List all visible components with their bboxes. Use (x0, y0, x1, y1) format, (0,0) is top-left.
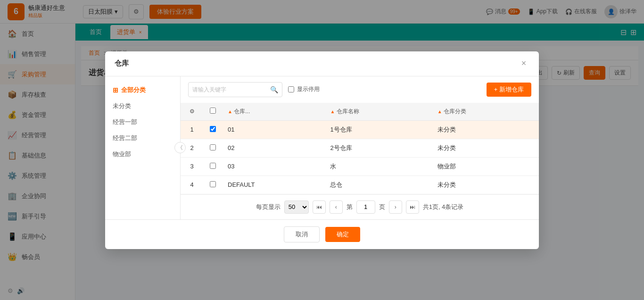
row-code: 02 (222, 139, 324, 157)
sort-icon: ▲ (228, 109, 232, 114)
row-index: 3 (181, 157, 203, 175)
table-row[interactable]: 1 01 1号仓库 未分类 (181, 120, 539, 139)
page-unit: 页 (379, 203, 385, 211)
search-icon: 🔍 (270, 86, 278, 93)
confirm-button[interactable]: 确定 (325, 227, 360, 242)
category-item-ops1[interactable]: 经营一部 (105, 114, 180, 130)
table-toolbar: 🔍 显示停用 + 新增仓库 (181, 76, 539, 103)
modal-close-button[interactable]: × (518, 58, 529, 69)
row-category: 未分类 (432, 175, 539, 194)
modal-title: 仓库 (115, 59, 129, 68)
pagination: 每页显示 50 10 20 100 ⏮ ‹ 第 页 › ⏭ 共1页, 4条记录 (181, 194, 539, 219)
table-header-row: ⚙ ▲ 仓库... ▲ 仓库名称 (181, 103, 539, 121)
row-category: 未分类 (432, 139, 539, 157)
cancel-button[interactable]: 取消 (284, 226, 320, 242)
grid-icon: ⊞ (113, 86, 118, 94)
row-index: 4 (181, 175, 203, 194)
page-prev-button[interactable]: ‹ (330, 200, 343, 214)
modal-header: 仓库 × (105, 51, 539, 76)
row-checkbox[interactable] (203, 157, 222, 175)
sort-cat-icon: ▲ (438, 109, 442, 114)
row-name: 2号仓库 (324, 139, 431, 157)
show-disabled-label[interactable]: 显示停用 (288, 85, 320, 93)
category-item-property[interactable]: 物业部 (105, 146, 180, 162)
th-checkbox (203, 103, 222, 121)
row-checkbox[interactable] (203, 139, 222, 157)
page-label: 第 (347, 203, 353, 211)
table-area: 🔍 显示停用 + 新增仓库 ⚙ (181, 76, 539, 219)
th-settings: ⚙ (181, 103, 203, 121)
sort-name-icon: ▲ (330, 109, 335, 114)
per-page-label: 每页显示 (256, 203, 281, 211)
table-row[interactable]: 4 DEFAULT 总仓 未分类 (181, 175, 539, 194)
row-index: 1 (181, 120, 203, 139)
row-name: 总仓 (324, 175, 431, 194)
row-category: 物业部 (432, 157, 539, 175)
th-index: ▲ 仓库... (222, 103, 324, 121)
per-page-select[interactable]: 50 10 20 100 (284, 200, 309, 214)
th-category: ▲ 仓库分类 (432, 103, 539, 121)
row-checkbox[interactable] (203, 175, 222, 194)
total-info: 共1页, 4条记录 (423, 203, 464, 211)
row-checkbox[interactable] (203, 120, 222, 139)
warehouse-modal: 仓库 × ⊞ 全部分类 未分类 经营一部 经营二部 (105, 51, 539, 249)
show-disabled-checkbox[interactable] (288, 86, 294, 92)
page-input[interactable] (356, 200, 375, 214)
row-code: 03 (222, 157, 324, 175)
row-category: 未分类 (432, 120, 539, 139)
table-row[interactable]: 3 03 水 物业部 (181, 157, 539, 175)
category-collapse-button[interactable]: 《 (174, 142, 186, 153)
search-box: 🔍 (188, 82, 282, 97)
table-wrapper: ⚙ ▲ 仓库... ▲ 仓库名称 (181, 103, 539, 194)
category-item-unclassified[interactable]: 未分类 (105, 98, 180, 114)
new-warehouse-button[interactable]: + 新增仓库 (487, 83, 531, 97)
category-all[interactable]: ⊞ 全部分类 (105, 82, 180, 98)
modal-body: ⊞ 全部分类 未分类 经营一部 经营二部 物业部 《 (105, 76, 539, 219)
row-name: 1号仓库 (324, 120, 431, 139)
modal-overlay: 仓库 × ⊞ 全部分类 未分类 经营一部 经营二部 (0, 0, 644, 300)
category-item-ops2[interactable]: 经营二部 (105, 130, 180, 146)
category-panel: ⊞ 全部分类 未分类 经营一部 经营二部 物业部 《 (105, 76, 181, 219)
row-name: 水 (324, 157, 431, 175)
th-name: ▲ 仓库名称 (324, 103, 431, 121)
modal-footer: 取消 确定 (105, 219, 539, 249)
table-row[interactable]: 2 02 2号仓库 未分类 (181, 139, 539, 157)
page-first-button[interactable]: ⏮ (313, 200, 326, 214)
page-last-button[interactable]: ⏭ (406, 200, 419, 214)
row-code: DEFAULT (222, 175, 324, 194)
page-next-button[interactable]: › (389, 200, 402, 214)
search-input[interactable] (192, 86, 267, 93)
row-code: 01 (222, 120, 324, 139)
warehouse-table: ⚙ ▲ 仓库... ▲ 仓库名称 (181, 103, 539, 194)
select-all-checkbox[interactable] (210, 108, 216, 114)
